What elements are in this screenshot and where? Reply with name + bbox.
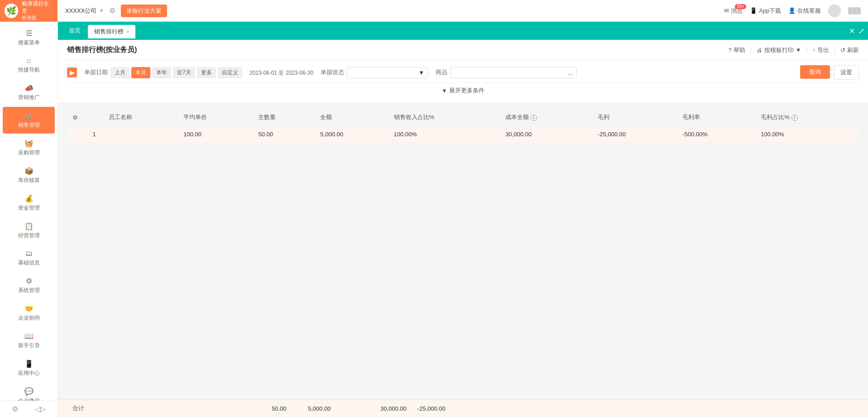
user-avatar[interactable] <box>828 5 841 17</box>
help-button[interactable]: ? 帮助 <box>728 46 745 54</box>
th-gross: 毛利 <box>592 109 677 126</box>
status-select[interactable]: ▼ <box>347 67 428 78</box>
message-button[interactable]: ✉ 消息 99+ <box>724 7 743 15</box>
online-service-button[interactable]: 👤 在线客服 <box>788 7 821 15</box>
company-settings-icon[interactable]: ⚙ <box>109 6 115 15</box>
date-btn-current-year[interactable]: 本年 <box>152 67 171 78</box>
marketing-icon: 📣 <box>24 84 34 92</box>
sidebar-item-search[interactable]: ☰ 搜索菜单 <box>3 24 55 51</box>
management-icon: 📋 <box>24 222 34 230</box>
company-selector[interactable]: XXXXX公司 ▼ <box>65 7 104 15</box>
sidebar-settings-btn[interactable]: ⚙ <box>12 405 18 413</box>
footer-label: 合计 <box>67 404 103 412</box>
date-range-display: 2023-06-01 至 2023-06-30 <box>249 69 313 77</box>
tab-home[interactable]: 首页 <box>62 24 88 38</box>
sidebar-item-app[interactable]: 📱 应用中心 <box>3 355 55 382</box>
date-buttons: 上月 本月 本年 近7天 更多 自定义 <box>110 67 242 78</box>
message-badge: 99+ <box>735 4 746 9</box>
th-qty: 主数量 <box>253 109 315 126</box>
date-btn-current-month[interactable]: 本月 <box>131 67 150 78</box>
date-btn-7days[interactable]: 近7天 <box>173 67 195 78</box>
date-btn-more[interactable]: 更多 <box>197 67 216 78</box>
export-button[interactable]: ↑ 导出 <box>813 46 830 54</box>
goods-filter: 商品 ... <box>436 67 577 78</box>
username[interactable]: ███ <box>848 7 861 14</box>
filter-expand-arrow[interactable]: ▶ <box>67 67 77 77</box>
date-range-item: 2023-06-01 至 2023-06-30 <box>249 68 313 77</box>
footer-amount: 5,000.00 <box>302 405 339 412</box>
date-filter: 单据日期 上月 本月 本年 近7天 更多 自定义 <box>84 67 242 78</box>
footer-cost: 30,000.00 <box>375 405 412 412</box>
sidebar-item-marketing[interactable]: 📣 营销推广 <box>3 79 55 106</box>
sidebar-item-label: 资金管理 <box>18 204 40 212</box>
trial-button[interactable]: 体验行业方案 <box>121 5 167 17</box>
expand-more-row: ▼ 展开更多条件 <box>67 82 859 98</box>
main-content: 销售排行榜(按业务员) ? 帮助 🖨 按模板打印 ▼ ↑ 导出 ↺ 刷新 <box>58 40 868 417</box>
page-header: 销售排行榜(按业务员) ? 帮助 🖨 按模板打印 ▼ ↑ 导出 ↺ 刷新 <box>58 40 868 61</box>
divider3 <box>834 47 835 54</box>
sidebar-item-sales[interactable]: 🛒 销售管理 <box>3 107 55 134</box>
query-button[interactable]: 查询 <box>800 65 830 79</box>
guide-icon: 📖 <box>24 332 34 340</box>
sidebar-item-label: 应用中心 <box>18 369 40 377</box>
sidebar-item-wechat[interactable]: 💬 企业微信 <box>3 383 55 401</box>
app-download-button[interactable]: 📱 App下载 <box>750 7 781 15</box>
data-table: ⚙ 员工名称 平均单价 主数量 全额 销售收入占比% 成本全额 i 毛利 毛利率… <box>67 109 859 143</box>
page-title: 销售排行榜(按业务员) <box>67 45 137 55</box>
goods-select[interactable]: ... <box>450 67 577 78</box>
tab-close-icon[interactable]: × <box>126 29 129 34</box>
sidebar-item-guide[interactable]: 📖 新手引导 <box>3 327 55 354</box>
company-name: XXXXX公司 <box>65 7 96 15</box>
divider <box>751 47 751 54</box>
home-icon: ⌂ <box>27 57 31 65</box>
date-btn-custom[interactable]: 自定义 <box>218 67 242 78</box>
sales-icon: 🛒 <box>24 111 34 120</box>
logo-icon: 🌿 <box>5 4 18 18</box>
status-select-arrow: ▼ <box>418 69 424 76</box>
sidebar-item-finance[interactable]: 💰 资金管理 <box>3 190 55 216</box>
sidebar-item-basic[interactable]: 🗂 基础信息 <box>3 245 55 271</box>
export-icon: ↑ <box>813 47 816 53</box>
sidebar-item-label: 系统管理 <box>18 287 40 294</box>
gross-pct-info-icon[interactable]: i <box>791 115 798 121</box>
app-icon: 📱 <box>24 359 34 368</box>
sidebar-item-enterprise[interactable]: 🤝 企业协同 <box>3 300 55 326</box>
tab-active[interactable]: 销售排行榜 × <box>88 25 135 38</box>
table-header-row: ⚙ 员工名称 平均单价 主数量 全额 销售收入占比% 成本全额 i 毛利 毛利率… <box>67 109 859 126</box>
cell-qty: 50.00 <box>253 126 315 143</box>
sidebar-item-system[interactable]: ⚙ 系统管理 <box>3 272 55 299</box>
sidebar-item-management[interactable]: 📋 经营管理 <box>3 217 55 244</box>
date-btn-prev-month[interactable]: 上月 <box>110 67 129 78</box>
sidebar-item-quick[interactable]: ⌂ 快捷导航 <box>3 52 55 78</box>
cell-avg-price: 100.00 <box>178 126 253 143</box>
sidebar-item-label: 搜索菜单 <box>18 39 40 47</box>
settings-side-button[interactable]: 设置 <box>834 65 859 80</box>
tab-bar-right: ✕ ⤢ <box>849 27 864 35</box>
expand-more-button[interactable]: ▼ 展开更多条件 <box>436 85 490 96</box>
table-row: 1 100.00 50.00 5,000.00 100.00% 30,000.0… <box>67 126 859 143</box>
sidebar-item-inventory[interactable]: 📦 库存核算 <box>3 162 55 189</box>
finance-icon: 💰 <box>24 194 34 203</box>
table-area: ⚙ 员工名称 平均单价 主数量 全额 销售收入占比% 成本全额 i 毛利 毛利率… <box>58 103 868 417</box>
tab-close-all-icon[interactable]: ✕ <box>849 27 855 35</box>
sidebar-item-label: 库存核算 <box>18 177 40 184</box>
tab-restore-icon[interactable]: ⤢ <box>858 27 864 35</box>
goods-more-icon: ... <box>568 69 573 76</box>
cost-info-icon[interactable]: i <box>531 115 537 121</box>
expand-more-label: 展开更多条件 <box>449 86 484 95</box>
refresh-button[interactable]: ↺ 刷新 <box>840 46 859 54</box>
status-label: 单据状态 <box>321 68 344 77</box>
sidebar-item-label: 采购管理 <box>18 149 40 157</box>
sidebar-item-label: 营销推广 <box>18 94 40 101</box>
th-rank <box>85 109 103 126</box>
sidebar-nav: ☰ 搜索菜单 ⌂ 快捷导航 📣 营销推广 🛒 销售管理 🧺 采购管理 📦 库存核… <box>0 22 58 401</box>
sidebar-item-purchase[interactable]: 🧺 采购管理 <box>3 134 55 161</box>
status-filter: 单据状态 ▼ <box>321 67 428 78</box>
th-gross-rate: 毛利率 <box>677 109 755 126</box>
sidebar-item-label: 企业协同 <box>18 314 40 322</box>
print-button[interactable]: 🖨 按模板打印 ▼ <box>757 46 801 54</box>
enterprise-icon: 🤝 <box>24 304 34 313</box>
goods-label: 商品 <box>436 68 447 77</box>
sidebar-collapse-btn[interactable]: ◁▷ <box>35 405 46 413</box>
th-settings[interactable]: ⚙ <box>67 109 85 126</box>
